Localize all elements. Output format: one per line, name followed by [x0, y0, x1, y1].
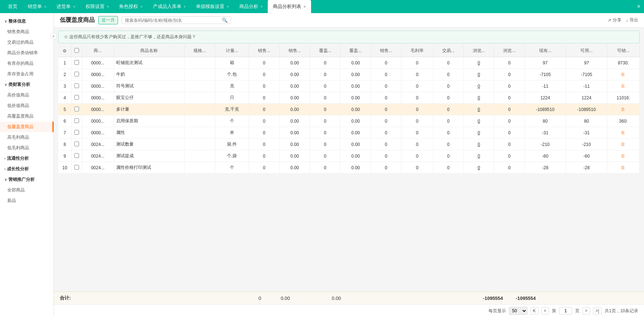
- row-name: 测试提成: [114, 150, 184, 162]
- row-checkbox[interactable]: [71, 104, 82, 115]
- row-browse1[interactable]: 0: [464, 150, 494, 162]
- sidebar-item-sales-goods[interactable]: 销售类商品: [0, 27, 54, 37]
- sidebar-item-inventory-fund[interactable]: 库存资金占用: [0, 69, 54, 79]
- row-cover1: 0: [310, 115, 341, 127]
- table-row: 7 0000... 属性 米 0 0.00 0 0.00 0 0 0 0 0 -…: [58, 127, 640, 139]
- share-button[interactable]: ↗ 分享: [608, 17, 621, 23]
- sidebar-item-low-margin[interactable]: 低毛利商品: [0, 143, 54, 153]
- row-num: 9: [58, 150, 71, 162]
- per-page-select[interactable]: 50 20 100 200: [509, 307, 527, 315]
- table-row: 5 0000... 多计量 克,千克 0 0.00 0 0.00 0 0 0 0…: [58, 104, 640, 115]
- row-num: 8: [58, 139, 71, 150]
- row-browse1[interactable]: 0: [464, 127, 494, 139]
- row-sales-qty: 0: [249, 92, 279, 104]
- nav-tab-analysis-list[interactable]: 商品分析列表 ×: [268, 0, 311, 13]
- nav-tab-template[interactable]: 单据模板设置 ×: [191, 0, 234, 13]
- nav-tab-analysis[interactable]: 商品分析 ×: [234, 0, 268, 13]
- table-row: 8 0024... 测试数量 袋,件 0 0.00 0 0.00 0 0 0 0…: [58, 139, 640, 150]
- row-browse1[interactable]: 0: [464, 57, 494, 69]
- close-tab-purchase[interactable]: ×: [73, 4, 75, 9]
- row-name: 旺铺批次测试: [114, 57, 184, 69]
- sidebar-item-category-rate[interactable]: 商品分类动销率: [0, 48, 54, 58]
- sidebar-item-high-margin[interactable]: 高毛利商品: [0, 132, 54, 143]
- share-icon: ↗: [608, 18, 611, 23]
- sidebar-section-overall[interactable]: ∨ 整体信息: [0, 16, 54, 27]
- row-checkbox[interactable]: [71, 139, 82, 150]
- row-name: 眼宝公仔: [114, 92, 184, 104]
- close-tab-analysis-list[interactable]: ×: [303, 4, 306, 9]
- select-all-checkbox[interactable]: [74, 48, 79, 53]
- row-available: -28: [566, 162, 607, 174]
- sidebar-collapse-button[interactable]: «: [50, 33, 57, 39]
- row-available: -11: [566, 80, 607, 92]
- export-button[interactable]: ↓ 导出: [626, 17, 638, 23]
- row-checkbox[interactable]: [71, 115, 82, 127]
- close-all-button[interactable]: ×: [637, 3, 640, 10]
- row-browse1[interactable]: 0: [464, 139, 494, 150]
- sidebar-section-wealth[interactable]: ∨ 类财富分析: [0, 79, 54, 90]
- row-checkbox[interactable]: [71, 92, 82, 104]
- close-tab-analysis[interactable]: ×: [260, 4, 263, 9]
- row-cover2: 0.00: [340, 92, 371, 104]
- row-sales-amt: 0.00: [279, 139, 310, 150]
- table-row: 9 0024... 测试提成 个,袋 0 0.00 0 0.00 0 0 0 0…: [58, 150, 640, 162]
- nav-tab-sales[interactable]: 销货单 ×: [23, 0, 51, 13]
- close-tab-sales[interactable]: ×: [44, 4, 46, 9]
- close-tab-template[interactable]: ×: [227, 4, 229, 9]
- search-icon[interactable]: 🔍: [222, 17, 228, 23]
- page-input[interactable]: [559, 307, 572, 314]
- row-browse1[interactable]: 0: [464, 92, 494, 104]
- row-checkbox[interactable]: [71, 69, 82, 80]
- nav-tab-home[interactable]: 首页: [3, 0, 23, 13]
- nav-tab-purchase[interactable]: 进货单 ×: [51, 0, 80, 13]
- sidebar-section-marketing[interactable]: ∨ 营销推广分析: [0, 174, 54, 185]
- row-checkbox[interactable]: [71, 162, 82, 174]
- sidebar-item-high-coverage[interactable]: 高覆盖度商品: [0, 111, 54, 122]
- sidebar-item-low-value[interactable]: 低价值商品: [0, 100, 54, 111]
- row-browse1[interactable]: 0: [464, 115, 494, 127]
- row-unit: 个: [215, 115, 249, 127]
- first-page-button[interactable]: K: [530, 307, 538, 314]
- row-checkbox[interactable]: [71, 150, 82, 162]
- sidebar-item-stocked-goods[interactable]: 有库存的商品: [0, 58, 54, 69]
- row-num: 4: [58, 92, 71, 104]
- row-browse1[interactable]: 0: [464, 104, 494, 115]
- last-page-button[interactable]: >|: [593, 307, 602, 314]
- sidebar-item-all-goods[interactable]: 全部商品: [0, 185, 54, 195]
- close-tab-role[interactable]: ×: [140, 4, 142, 9]
- sidebar-section-flow[interactable]: › 流通性分析: [0, 153, 54, 164]
- row-unit: 米: [215, 127, 249, 139]
- row-sales-amt: 0.00: [279, 69, 310, 80]
- row-margin: 0: [401, 150, 433, 162]
- row-checkbox[interactable]: [71, 80, 82, 92]
- row-sales3: 0: [371, 57, 401, 69]
- next-page-button[interactable]: >: [582, 307, 590, 314]
- sidebar-item-high-value[interactable]: 高价值商品: [0, 90, 54, 100]
- sidebar-item-new-goods[interactable]: 新品: [0, 195, 54, 206]
- totals-label: 合计:: [60, 295, 71, 301]
- close-tab-permission[interactable]: ×: [107, 4, 109, 9]
- row-browse1[interactable]: 0: [464, 80, 494, 92]
- row-num: 10: [58, 162, 71, 174]
- nav-tab-role[interactable]: 角色授权 ×: [114, 0, 148, 13]
- nav-tab-instock[interactable]: 产成品入库单 ×: [148, 0, 191, 13]
- row-browse1[interactable]: 0: [464, 162, 494, 174]
- col-settings[interactable]: ⚙: [58, 45, 71, 57]
- sidebar-section-growth[interactable]: › 成长性分析: [0, 164, 54, 174]
- sidebar-item-low-coverage[interactable]: 低覆盖度商品: [0, 122, 54, 132]
- search-input[interactable]: [125, 18, 222, 23]
- col-trade: 交易...: [433, 45, 464, 57]
- col-margin: 毛利率: [401, 45, 433, 57]
- row-spec: [185, 162, 215, 174]
- prev-page-button[interactable]: <: [541, 307, 549, 314]
- total-records-label: 共1页，10条记录: [605, 308, 638, 314]
- period-button[interactable]: 近一月: [98, 16, 118, 24]
- row-checkbox[interactable]: [71, 127, 82, 139]
- row-browse1[interactable]: 0: [464, 69, 494, 80]
- row-current: 80: [525, 115, 566, 127]
- chevron-down-icon-2: ∨: [4, 83, 7, 87]
- close-tab-instock[interactable]: ×: [184, 4, 186, 9]
- nav-tab-permission[interactable]: 权限设置 ×: [80, 0, 114, 13]
- sidebar-item-traded-goods[interactable]: 交易过的商品: [0, 37, 54, 48]
- row-checkbox[interactable]: [71, 57, 82, 69]
